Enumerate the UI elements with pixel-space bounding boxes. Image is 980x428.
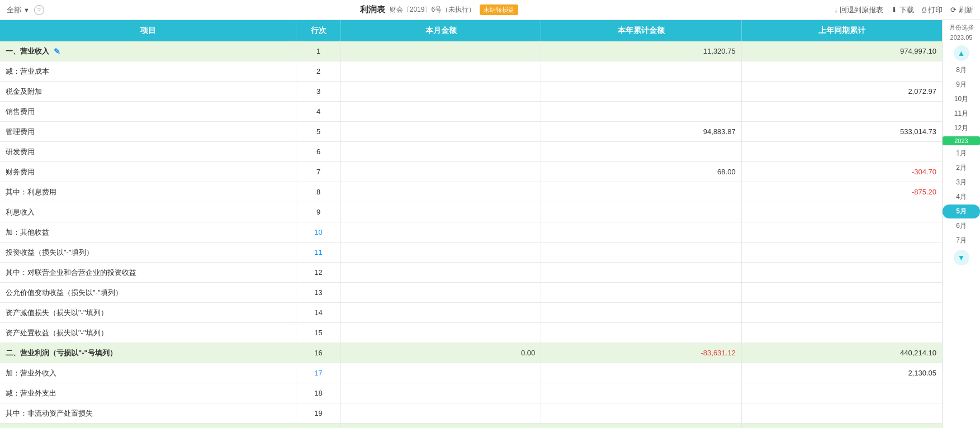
- row-number[interactable]: 11: [296, 242, 341, 262]
- table-row: 研发费用 6: [0, 142, 942, 162]
- table-area: 项目 行次 本月金额 本年累计金额 上年同期累计 一、营业收入 ✎ 1 11,3…: [0, 20, 942, 428]
- row-prev-year: [742, 383, 942, 403]
- edit-icon[interactable]: ✎: [54, 47, 60, 56]
- month-item-9[interactable]: 9月: [943, 78, 980, 92]
- row-number[interactable]: 17: [296, 363, 341, 383]
- table-row: 公允价值变动收益（损失以"-"填列） 13: [0, 283, 942, 303]
- month-item-6[interactable]: 6月: [943, 219, 980, 233]
- back-button[interactable]: ↓ 回退到原报表: [834, 5, 883, 15]
- top-bar: 全部 ▼ ? 利润表 财会〔2019〕6号（未执行） 未结转损益 ↓ 回退到原报…: [0, 0, 980, 20]
- dropdown-arrow-icon: ▼: [23, 7, 30, 13]
- col-header-year: 本年累计金额: [541, 20, 741, 41]
- sidebar-date: 2023.05: [950, 34, 973, 41]
- row-year: [541, 102, 741, 121]
- top-bar-right: ↓ 回退到原报表 ⬇ 下载 ⎙ 打印 ⟳ 刷新: [834, 5, 973, 15]
- row-year: [541, 283, 741, 302]
- row-prev-year: [742, 202, 942, 222]
- row-label: 公允价值变动收益（损失以"-"填列）: [0, 283, 296, 302]
- row-year: [541, 323, 741, 343]
- table-row: 三、利润总额（亏损总额以"-"号填列） 20 0.00 -83,631.12 4…: [0, 424, 942, 428]
- row-number: 2: [296, 61, 341, 81]
- row-year: 68.00: [541, 162, 741, 182]
- row-month: 0.00: [341, 343, 541, 363]
- row-month: [341, 263, 541, 282]
- table-row: 减：营业成本 2: [0, 61, 942, 82]
- table-row: 财务费用 7 68.00 -304.70: [0, 162, 942, 182]
- row-prev-year: 533,014.73: [742, 122, 942, 141]
- row-label: 税金及附加: [0, 82, 296, 101]
- table-row: 二、营业利润（亏损以"-"号填列） 16 0.00 -83,631.12 440…: [0, 343, 942, 363]
- row-prev-year: [742, 303, 942, 322]
- row-year: [541, 303, 741, 322]
- print-button[interactable]: ⎙ 打印: [922, 5, 943, 15]
- col-header-month: 本月金额: [341, 20, 541, 41]
- table-row: 销售费用 4: [0, 102, 942, 122]
- table-row: 减：营业外支出 18: [0, 383, 942, 403]
- row-year: [541, 82, 741, 101]
- month-item-12[interactable]: 12月: [943, 121, 980, 135]
- row-year: [541, 363, 741, 383]
- row-number[interactable]: 10: [296, 222, 341, 242]
- row-number: 18: [296, 383, 341, 403]
- row-year: -83,631.12: [541, 424, 741, 428]
- table-row: 其中：对联营企业和合营企业的投资收益 12: [0, 263, 942, 283]
- row-prev-year: [742, 61, 942, 81]
- row-prev-year: 442,344.15: [742, 424, 942, 428]
- status-badge: 未结转损益: [480, 4, 518, 15]
- month-item-4[interactable]: 4月: [943, 190, 980, 204]
- row-month: [341, 202, 541, 222]
- row-number: 19: [296, 403, 341, 423]
- row-year: 11,320.75: [541, 41, 741, 61]
- refresh-button[interactable]: ⟳ 刷新: [950, 5, 973, 15]
- row-prev-year: 440,214.10: [742, 343, 942, 363]
- row-year: [541, 61, 741, 81]
- month-item-10[interactable]: 10月: [943, 92, 980, 106]
- table-row: 加：营业外收入 17 2,130.05: [0, 363, 942, 383]
- help-icon[interactable]: ?: [34, 5, 44, 15]
- row-month: [341, 242, 541, 262]
- row-prev-year: [742, 283, 942, 302]
- row-label: 一、营业收入 ✎: [0, 41, 296, 61]
- scope-dropdown[interactable]: 全部 ▼: [7, 5, 30, 15]
- row-year: 94,883.87: [541, 122, 741, 141]
- scroll-up-button[interactable]: ▲: [954, 45, 969, 61]
- row-label: 减：营业成本: [0, 61, 296, 81]
- row-label: 管理费用: [0, 122, 296, 141]
- table-row: 一、营业收入 ✎ 1 11,320.75 974,997.10: [0, 41, 942, 61]
- row-number: 9: [296, 202, 341, 222]
- page-title: 利润表: [360, 4, 385, 15]
- row-prev-year: 2,072.97: [742, 82, 942, 101]
- month-item-5[interactable]: 5月: [943, 205, 980, 218]
- row-label: 加：营业外收入: [0, 363, 296, 383]
- month-item-8[interactable]: 8月: [943, 63, 980, 77]
- curr-year-months: 1月 2月 3月 4月 5月 6月 7月: [943, 146, 980, 248]
- row-month: 0.00: [341, 424, 541, 428]
- row-year: [541, 383, 741, 403]
- download-button[interactable]: ⬇ 下载: [891, 5, 914, 15]
- row-month: [341, 122, 541, 141]
- table-row: 其中：非流动资产处置损失 19: [0, 403, 942, 424]
- month-item-2[interactable]: 2月: [943, 161, 980, 175]
- scroll-down-button[interactable]: ▼: [954, 250, 969, 265]
- table-row: 管理费用 5 94,883.87 533,014.73: [0, 122, 942, 142]
- row-month: [341, 102, 541, 121]
- row-label: 其中：利息费用: [0, 182, 296, 202]
- row-prev-year: [742, 142, 942, 161]
- month-item-11[interactable]: 11月: [943, 107, 980, 121]
- col-header-prev: 上年同期累计: [742, 20, 942, 41]
- month-item-3[interactable]: 3月: [943, 175, 980, 189]
- row-prev-year: [742, 242, 942, 262]
- row-prev-year: [742, 403, 942, 423]
- row-year: [541, 142, 741, 161]
- row-number: 4: [296, 102, 341, 121]
- row-prev-year: [742, 102, 942, 121]
- row-month: [341, 162, 541, 182]
- row-number: 12: [296, 263, 341, 282]
- month-item-1[interactable]: 1月: [943, 146, 980, 160]
- row-prev-year: -304.70: [742, 162, 942, 182]
- row-month: [341, 363, 541, 383]
- row-number: 20: [296, 424, 341, 428]
- month-sidebar: 月份选择 2023.05 ▲ 8月 9月 10月 11月 12月 2023 1月…: [942, 20, 980, 428]
- row-month: [341, 323, 541, 343]
- month-item-7[interactable]: 7月: [943, 234, 980, 248]
